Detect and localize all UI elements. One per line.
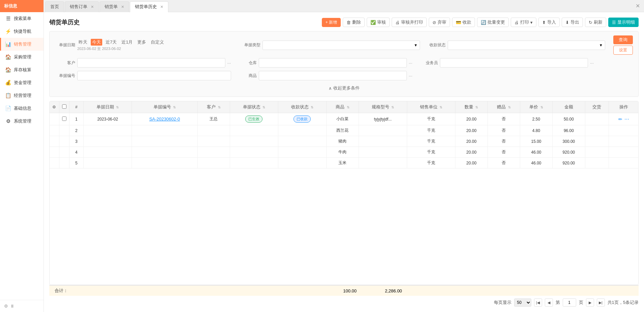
export-button[interactable]: ⬇ 导出 — [562, 18, 583, 27]
query-button[interactable]: 查询 — [613, 35, 633, 44]
collect-button[interactable]: 💳 收款 — [452, 18, 475, 27]
docno-column-header[interactable]: 单据编号 ⇅ — [132, 101, 198, 113]
tab-sales-goods-close[interactable]: ✕ — [121, 5, 124, 9]
tab-sales-goods[interactable]: 销货单 ✕ — [100, 1, 129, 12]
filter-warehouse-input[interactable] — [259, 58, 407, 68]
first-page-button[interactable]: |◀ — [534, 298, 542, 307]
filter-agent-input[interactable] — [440, 58, 588, 68]
tab-sales-order-close[interactable]: ✕ — [91, 5, 94, 9]
price-column-header[interactable]: 单价 ⇅ — [520, 101, 552, 113]
filter-goods-input[interactable] — [259, 71, 407, 80]
select-all-checkbox[interactable] — [62, 104, 66, 109]
date-tab-more[interactable]: 更多 — [136, 39, 147, 46]
tab-sales-history-close[interactable]: ✕ — [160, 5, 163, 9]
delete-button[interactable]: 🗑 删除 — [343, 18, 365, 27]
docno-cell[interactable] — [132, 136, 198, 147]
show-detail-button[interactable]: ☰ 显示明细 — [608, 18, 639, 27]
more-icon[interactable]: ⋯ — [624, 116, 629, 122]
tab-sales-order[interactable]: 销售订单 ✕ — [65, 1, 99, 12]
checkbox-cell[interactable] — [59, 147, 69, 158]
tab-sales-history[interactable]: 销货单历史 ✕ — [130, 1, 168, 12]
date-tab-yesterday[interactable]: 昨天 — [77, 39, 89, 46]
sidebar-item-purchase-mgmt[interactable]: 🏠 采购管理 — [0, 51, 44, 63]
price-cell: 2.50 — [520, 113, 552, 125]
collectstatus-column-header[interactable]: 收款状态 ⇅ — [278, 101, 326, 113]
review-print-button[interactable]: 🖨 审核并打印 — [392, 18, 427, 27]
print-button[interactable]: 🖨 打印 ▾ — [511, 18, 536, 27]
gear-cell — [50, 125, 59, 136]
checkbox-cell[interactable] — [59, 136, 69, 147]
sidebar-item-search-menu[interactable]: ☰ 搜索菜单 — [0, 12, 44, 25]
gear-column-header[interactable]: ⚙ — [50, 101, 59, 113]
next-page-button[interactable]: ▶ — [586, 298, 594, 307]
discard-button[interactable]: ⊘ 弃审 — [429, 18, 450, 27]
unit-column-header[interactable]: 销售单位 ⇅ — [407, 101, 455, 113]
table-row: 5玉米千克20.00否46.00920.00 — [50, 158, 638, 168]
gift-column-header[interactable]: 赠品 ⇅ — [487, 101, 520, 113]
last-page-button[interactable]: ▶| — [597, 298, 605, 307]
date-tab-1month[interactable]: 近1月 — [120, 39, 134, 46]
price-sort-icon: ⇅ — [540, 105, 543, 109]
settings-button[interactable]: 设置 — [613, 46, 633, 55]
new-button[interactable]: + 新增 — [322, 18, 341, 27]
checkbox-cell[interactable] — [59, 158, 69, 168]
docstatus-column-header[interactable]: 单据状态 ⇅ — [230, 101, 278, 113]
date-tab-custom[interactable]: 自定义 — [149, 39, 165, 46]
filter-doc-type-select[interactable]: ▾ — [262, 41, 420, 50]
trade-cell — [585, 125, 609, 136]
date-cell — [84, 125, 132, 136]
sidebar-item-finance-mgmt[interactable]: 💰 资金管理 — [0, 76, 44, 89]
sidebar-item-ops-mgmt[interactable]: 📋 经营管理 — [0, 89, 44, 102]
agent-dots[interactable]: ··· — [590, 60, 594, 66]
checkbox-column-header[interactable] — [59, 101, 69, 113]
goods-column-header[interactable]: 商品 ⇅ — [326, 101, 359, 113]
docno-sort-icon: ⇅ — [173, 105, 176, 109]
refresh-button[interactable]: ↻ 刷新 — [585, 18, 606, 27]
tab-home[interactable]: 首页 — [45, 1, 64, 12]
date-tab-today[interactable]: 今天 — [91, 39, 102, 46]
spec-column-header[interactable]: 规格型号 ⇅ — [359, 101, 407, 113]
docno-cell[interactable]: SA-20230602-0 — [132, 113, 198, 125]
row-checkbox[interactable] — [62, 116, 66, 121]
collapse-button[interactable]: ∧ 收起更多条件 — [55, 84, 633, 93]
sidebar-item-inventory[interactable]: 🏠 库存核算 — [0, 63, 44, 76]
tab-sales-history-label: 销货单历史 — [135, 4, 157, 10]
sidebar-item-sys-mgmt[interactable]: ⚙ 系统管理 — [0, 115, 44, 128]
close-all-tabs[interactable]: ✕ — [633, 3, 643, 9]
edit-icon[interactable]: ✏ — [618, 116, 622, 122]
date-range-value: 2023-06-02 至 2023-06-02 — [77, 46, 235, 51]
docstatus-cell — [230, 136, 278, 147]
sidebar-item-quick-nav[interactable]: ⚡ 快捷导航 — [0, 25, 44, 38]
prev-page-button[interactable]: ◀ — [545, 298, 553, 307]
table-body: 12023-06-02SA-20230602-0王总已生效已收款小白菜tyjyj… — [50, 113, 638, 168]
customer-dots[interactable]: ··· — [227, 60, 231, 66]
review-icon: ✅ — [370, 20, 376, 25]
collapse-icon[interactable]: ⏸ — [10, 304, 15, 309]
docno-cell[interactable] — [132, 158, 198, 168]
goods-dots[interactable]: ··· — [409, 73, 413, 78]
docno-cell[interactable] — [132, 125, 198, 136]
date-column-header[interactable]: 单据日期 ⇅ — [84, 101, 132, 113]
filter-customer-input[interactable] — [77, 58, 225, 68]
checkbox-cell[interactable] — [59, 113, 69, 125]
warehouse-dots[interactable]: ··· — [409, 60, 413, 66]
gear-cell — [50, 113, 59, 125]
import-button[interactable]: ⬆ 导入 — [538, 18, 560, 27]
filter-collect-status-select[interactable]: ▾ — [448, 41, 605, 50]
inventory-icon: 🏠 — [5, 67, 11, 73]
customer-column-header[interactable]: 客户 ⇅ — [197, 101, 230, 113]
batch-change-button[interactable]: 🔄 批量变更 — [477, 18, 509, 27]
page-number-input[interactable] — [563, 298, 576, 307]
gear-cell — [50, 136, 59, 147]
filter-doc-no-input[interactable] — [77, 71, 231, 80]
date-tab-7days[interactable]: 近7天 — [104, 39, 118, 46]
docno-cell[interactable] — [132, 147, 198, 158]
qty-column-header[interactable]: 数量 ⇅ — [455, 101, 487, 113]
per-page-select[interactable]: 50 100 200 — [514, 298, 531, 307]
review-button[interactable]: ✅ 审核 — [367, 18, 390, 27]
sidebar-item-label: 经营管理 — [14, 93, 31, 99]
settings-icon[interactable]: ⚙ — [4, 304, 8, 309]
sidebar-item-basic-info[interactable]: 📄 基础信息 — [0, 102, 44, 115]
sidebar-item-sales-mgmt[interactable]: 📊 销售管理 — [0, 38, 44, 51]
checkbox-cell[interactable] — [59, 125, 69, 136]
